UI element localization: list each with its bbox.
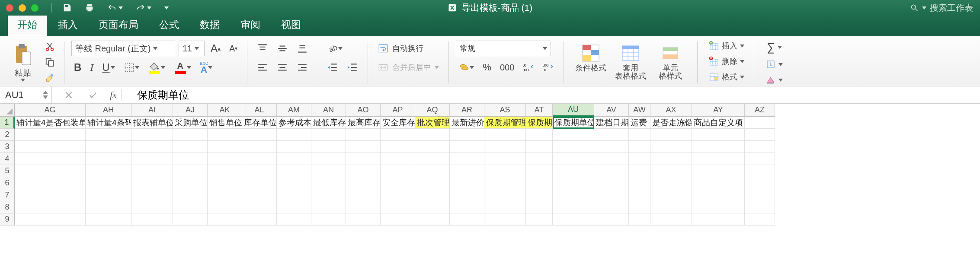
cell[interactable] — [311, 177, 346, 189]
tab-formulas[interactable]: 公式 — [150, 14, 189, 36]
cell[interactable] — [346, 201, 381, 213]
cell[interactable] — [692, 189, 745, 201]
tab-insert[interactable]: 插入 — [48, 14, 87, 36]
tab-review[interactable]: 审阅 — [231, 14, 270, 36]
cell[interactable] — [242, 153, 277, 165]
cell[interactable] — [86, 201, 131, 213]
cell[interactable] — [173, 189, 208, 201]
cell[interactable] — [526, 141, 553, 153]
cell[interactable] — [242, 129, 277, 141]
number-format-select[interactable]: 常规 — [456, 41, 551, 56]
cell[interactable] — [242, 165, 277, 177]
cell[interactable]: 报表辅单位 — [131, 117, 173, 129]
format-as-table-button[interactable]: 套用 表格格式 — [612, 41, 649, 82]
cell[interactable] — [484, 153, 526, 165]
cell[interactable] — [629, 165, 650, 177]
cell[interactable] — [86, 153, 131, 165]
cell[interactable] — [553, 213, 594, 226]
cell[interactable] — [450, 153, 484, 165]
confirm-edit-icon[interactable] — [86, 89, 100, 102]
cell[interactable] — [415, 177, 450, 189]
cell[interactable]: 保质期管理 — [484, 117, 526, 129]
italic-button[interactable]: I — [87, 60, 96, 75]
cell[interactable]: 销售单位 — [208, 117, 242, 129]
cell[interactable] — [594, 213, 629, 226]
close-window-icon[interactable] — [6, 4, 13, 12]
cell[interactable]: 最新进价 — [450, 117, 484, 129]
column-header[interactable]: AU — [553, 104, 594, 117]
cell[interactable] — [86, 141, 131, 153]
cut-button[interactable] — [42, 41, 57, 53]
cell[interactable] — [15, 129, 86, 141]
row-header[interactable]: 6 — [0, 177, 15, 189]
row-header[interactable]: 8 — [0, 201, 15, 213]
cell[interactable] — [346, 165, 381, 177]
redo-icon[interactable] — [133, 1, 154, 14]
delete-cells-button[interactable]: 删除 — [706, 54, 747, 68]
row-header[interactable]: 5 — [0, 165, 15, 177]
column-header[interactable]: AY — [692, 104, 745, 117]
cell[interactable] — [594, 189, 629, 201]
cell[interactable]: 辅计量4条码 — [86, 117, 131, 129]
cell[interactable] — [553, 165, 594, 177]
cell[interactable]: 最高库存 — [346, 117, 381, 129]
cell[interactable]: 运费 — [629, 117, 650, 129]
cell[interactable] — [415, 141, 450, 153]
cell[interactable] — [346, 189, 381, 201]
cell[interactable] — [526, 189, 553, 201]
cell[interactable] — [173, 129, 208, 141]
cell[interactable] — [381, 177, 415, 189]
cell[interactable] — [450, 201, 484, 213]
column-header[interactable]: AT — [526, 104, 553, 117]
cell[interactable] — [526, 213, 553, 226]
row-headers[interactable]: 123456789 — [0, 117, 15, 226]
cell[interactable] — [131, 189, 173, 201]
cell[interactable] — [277, 165, 311, 177]
cell[interactable] — [242, 189, 277, 201]
row-header[interactable]: 9 — [0, 213, 15, 226]
undo-icon[interactable] — [105, 1, 125, 14]
decrease-decimal-button[interactable]: .00.0 — [540, 60, 557, 75]
cell[interactable] — [692, 201, 745, 213]
row-header[interactable]: 2 — [0, 129, 15, 141]
cell[interactable] — [86, 213, 131, 226]
cell[interactable] — [650, 153, 692, 165]
cell[interactable]: 保质期 — [526, 117, 553, 129]
cell[interactable] — [692, 141, 745, 153]
cell[interactable]: 采购单位 — [173, 117, 208, 129]
cell[interactable] — [15, 165, 86, 177]
cell[interactable]: 安全库存 — [381, 117, 415, 129]
cell[interactable] — [86, 165, 131, 177]
cell[interactable] — [450, 177, 484, 189]
percent-format-button[interactable]: % — [480, 60, 494, 75]
cell[interactable] — [86, 177, 131, 189]
cell[interactable] — [650, 213, 692, 226]
decrease-indent-button[interactable] — [324, 60, 341, 75]
cell[interactable] — [346, 177, 381, 189]
cell[interactable]: 保质期单位 — [553, 117, 594, 129]
row-header[interactable]: 7 — [0, 189, 15, 201]
cell[interactable] — [594, 201, 629, 213]
print-icon[interactable] — [82, 1, 97, 14]
cell[interactable] — [745, 141, 775, 153]
cell[interactable] — [629, 201, 650, 213]
paste-button[interactable]: 粘贴 — [8, 39, 38, 86]
cell[interactable] — [484, 165, 526, 177]
tab-home[interactable]: 开始 — [8, 14, 47, 36]
cell[interactable] — [86, 189, 131, 201]
align-right-button[interactable] — [294, 60, 311, 75]
cell[interactable] — [450, 165, 484, 177]
cell[interactable] — [692, 153, 745, 165]
save-icon[interactable] — [60, 1, 74, 14]
cell[interactable] — [415, 201, 450, 213]
cell[interactable] — [415, 213, 450, 226]
fill-color-button[interactable] — [145, 59, 168, 76]
cell[interactable] — [242, 177, 277, 189]
cell[interactable] — [484, 129, 526, 141]
cell[interactable] — [346, 129, 381, 141]
cell[interactable] — [650, 201, 692, 213]
cell[interactable] — [311, 129, 346, 141]
cell[interactable] — [415, 189, 450, 201]
cell[interactable] — [594, 153, 629, 165]
cell[interactable] — [629, 177, 650, 189]
